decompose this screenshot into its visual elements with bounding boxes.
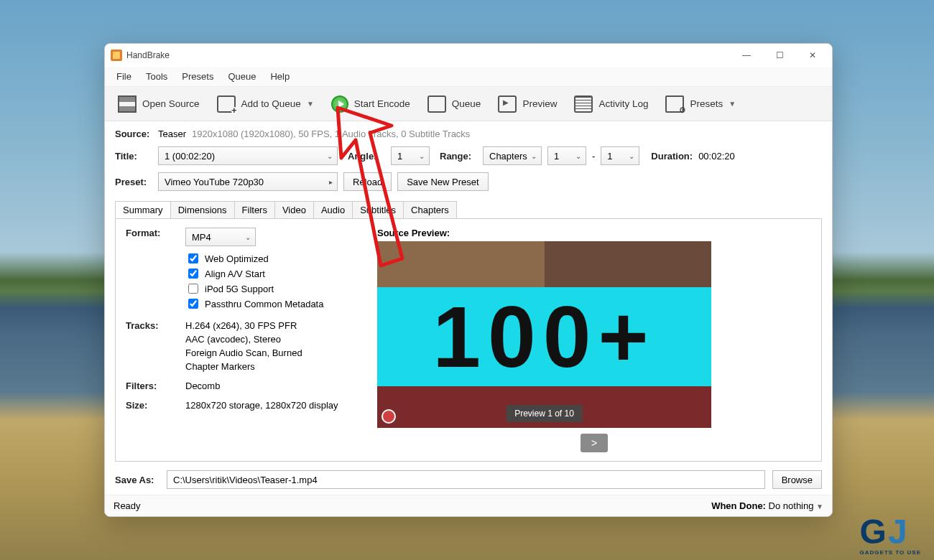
preview-column: Source Preview: 100+ Preview 1 of 10 > (370, 228, 811, 452)
range-end-value: 1 (607, 151, 612, 162)
save-new-preset-button[interactable]: Save New Preset (397, 172, 488, 191)
source-name: Teaser (158, 129, 186, 139)
browse-label: Browse (782, 475, 813, 485)
menu-presets[interactable]: Presets (176, 69, 219, 84)
title-row: Title: 1 (00:02:20) ⌄ Angle: 1 ⌄ Range: … (115, 146, 822, 165)
queue-button[interactable]: Queue (419, 93, 490, 116)
presets-label: Presets (690, 98, 723, 109)
watermark-text: GADGETS TO USE (860, 549, 921, 556)
when-done-label: When Done: (711, 500, 766, 511)
tracks-label: Tracks: (126, 320, 172, 372)
format-select[interactable]: MP4 ⌄ (185, 228, 256, 246)
tracks-line: AAC (avcodec), Stereo (185, 334, 302, 345)
check-passthru[interactable]: Passthru Common Metadata (185, 297, 323, 311)
presets-icon (665, 95, 684, 113)
tab-dimensions[interactable]: Dimensions (170, 201, 235, 218)
saveas-input[interactable] (167, 470, 765, 489)
check-web-optimized[interactable]: Web Optimized (185, 251, 323, 266)
preview-counter-badge: Preview 1 of 10 (506, 405, 583, 422)
desktop-background: HandBrake — ☐ ✕ File Tools Presets Queue… (0, 0, 934, 560)
duration-label: Duration: (651, 151, 693, 162)
angle-value: 1 (397, 151, 402, 162)
status-text: Ready (114, 500, 141, 511)
range-start-value: 1 (554, 151, 559, 162)
size-label: Size: (126, 400, 172, 411)
chevron-down-icon: ▼ (816, 503, 823, 510)
titlebar: HandBrake — ☐ ✕ (105, 44, 832, 67)
watermark: GJ GADGETS TO USE (860, 515, 921, 556)
check-passthru-input[interactable] (188, 299, 198, 309)
title-select[interactable]: 1 (00:02:20) ⌄ (158, 146, 338, 165)
check-web-optimized-input[interactable] (188, 253, 198, 263)
activity-log-button[interactable]: Activity Log (565, 93, 657, 116)
size-value: 1280x720 storage, 1280x720 display (185, 400, 338, 411)
chevron-down-icon: ⌄ (419, 152, 425, 160)
summary-left-column: Format: MP4 ⌄ Web Optimized (126, 228, 370, 452)
saveas-label: Save As: (115, 475, 159, 485)
open-source-button[interactable]: Open Source (109, 93, 208, 116)
activity-log-label: Activity Log (598, 98, 648, 109)
chevron-down-icon: ⌄ (575, 152, 581, 160)
chevron-down-icon: ▼ (729, 100, 736, 108)
check-passthru-label: Passthru Common Metadata (205, 299, 323, 309)
reload-label: Reload (353, 177, 382, 187)
film-icon (118, 95, 137, 113)
range-start-select[interactable]: 1 ⌄ (547, 146, 586, 165)
preset-value: Vimeo YouTube 720p30 (165, 177, 264, 187)
check-align-av-input[interactable] (188, 269, 198, 279)
browse-button[interactable]: Browse (772, 470, 822, 489)
statusbar: Ready When Done: Do nothing ▼ (105, 495, 832, 516)
range-label: Range: (440, 151, 477, 162)
queue-label: Queue (452, 98, 481, 109)
queue-icon (427, 95, 446, 113)
reload-button[interactable]: Reload (343, 172, 392, 191)
check-web-optimized-label: Web Optimized (205, 253, 269, 264)
tab-chapters[interactable]: Chapters (403, 201, 457, 218)
chevron-down-icon: ⌄ (327, 152, 333, 160)
range-type-select[interactable]: Chapters ⌄ (483, 146, 542, 165)
chevron-down-icon: ⌄ (245, 233, 251, 241)
angle-select[interactable]: 1 ⌄ (391, 146, 430, 165)
menubar: File Tools Presets Queue Help (105, 67, 832, 87)
menu-file[interactable]: File (111, 69, 137, 84)
check-ipod5g-input[interactable] (188, 284, 198, 294)
when-done[interactable]: When Done: Do nothing ▼ (711, 500, 823, 511)
preset-row: Preset: Vimeo YouTube 720p30 ▸ Reload Sa… (115, 172, 822, 191)
preview-thumbnail-top (377, 241, 711, 287)
tab-audio[interactable]: Audio (313, 201, 353, 218)
start-encode-button[interactable]: Start Encode (323, 93, 419, 116)
app-window: HandBrake — ☐ ✕ File Tools Presets Queue… (104, 43, 833, 517)
size-row: Size: 1280x720 storage, 1280x720 display (126, 400, 370, 411)
check-align-av[interactable]: Align A/V Start (185, 266, 323, 281)
preview-next-button[interactable]: > (581, 434, 608, 452)
source-info: 1920x1080 (1920x1080), 50 FPS, 1 Audio T… (192, 129, 470, 139)
add-to-queue-button[interactable]: Add to Queue ▼ (208, 93, 323, 116)
chevron-down-icon: ⌄ (531, 152, 537, 160)
presets-button[interactable]: Presets ▼ (657, 93, 744, 116)
minimize-button[interactable]: — (730, 45, 763, 66)
chevron-down-icon: ⌄ (629, 152, 634, 160)
tab-filters[interactable]: Filters (234, 201, 275, 218)
duration-value: 00:02:20 (698, 151, 735, 162)
start-encode-label: Start Encode (354, 98, 410, 109)
preview-button[interactable]: Preview (489, 93, 565, 116)
menu-help[interactable]: Help (264, 69, 295, 84)
window-title: HandBrake (126, 50, 170, 60)
tab-subtitles[interactable]: Subtitles (352, 201, 404, 218)
app-icon (111, 50, 122, 61)
format-value: MP4 (192, 232, 211, 243)
check-ipod5g[interactable]: iPod 5G Support (185, 281, 323, 296)
preset-select[interactable]: Vimeo YouTube 720p30 ▸ (158, 172, 338, 191)
tabs: Summary Dimensions Filters Video Audio S… (115, 201, 822, 218)
circle-icon (382, 409, 396, 424)
range-end-select[interactable]: 1 ⌄ (601, 146, 639, 165)
maximize-button[interactable]: ☐ (763, 45, 796, 66)
close-button[interactable]: ✕ (796, 45, 829, 66)
menu-tools[interactable]: Tools (140, 69, 173, 84)
tab-video[interactable]: Video (274, 201, 314, 218)
menu-queue[interactable]: Queue (222, 69, 262, 84)
preset-label: Preset: (115, 177, 152, 187)
preview-thumbnail-text: 100+ (377, 287, 711, 386)
tab-summary[interactable]: Summary (115, 201, 171, 218)
tracks-list: H.264 (x264), 30 FPS PFR AAC (avcodec), … (185, 320, 302, 372)
